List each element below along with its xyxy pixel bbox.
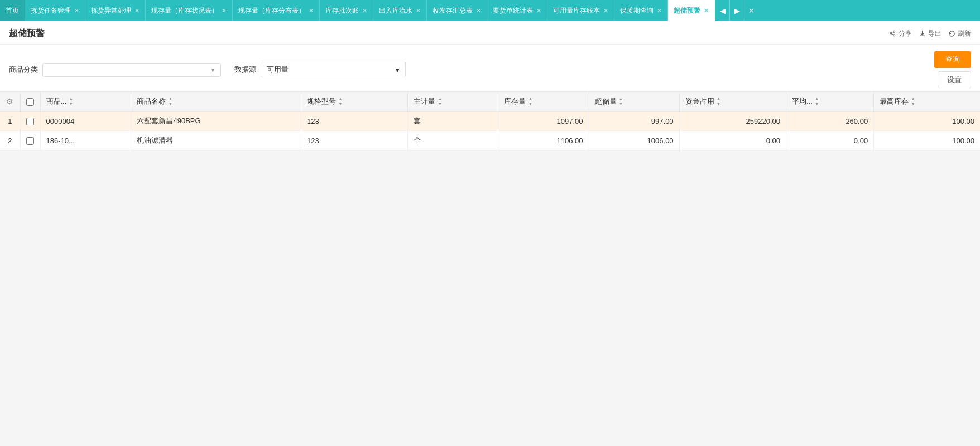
nav-close-available-book[interactable]: ✕ xyxy=(603,7,608,14)
nav-item-available-book[interactable]: 可用量库存账本 ✕ xyxy=(547,0,614,21)
nav-close-shelf-life[interactable]: ✕ xyxy=(657,7,662,14)
th-product-name: 商品名称 ▲▼ xyxy=(131,92,301,112)
data-table: ⚙ 商品... ▲▼ 商品名称 ▲▼ xyxy=(0,91,980,151)
th-sort-spec[interactable]: 规格型号 ▲▼ xyxy=(307,96,402,106)
th-sort-capital-occupied[interactable]: 资金占用 ▲▼ xyxy=(685,96,780,106)
datasource-label: 数据源 xyxy=(234,65,256,75)
td-product-code-1: 186-10... xyxy=(40,131,131,151)
td-product-name-1: 机油滤清器 xyxy=(131,131,301,151)
td-gear-0: 1 xyxy=(0,112,20,131)
nav-close-recv-send-summary[interactable]: ✕ xyxy=(476,7,481,14)
nav-close-overstock-alert[interactable]: ✕ xyxy=(704,7,709,14)
th-sort-unit[interactable]: 主计量 ▲▼ xyxy=(414,96,492,106)
product-category-select[interactable]: ▾ xyxy=(42,63,221,77)
datasource-filter: 数据源 可用量 ▾ xyxy=(234,62,406,77)
nav-item-pick-task[interactable]: 拣货任务管理 ✕ xyxy=(25,0,85,21)
product-category-label: 商品分类 xyxy=(9,65,38,75)
th-sort-stock-qty[interactable]: 库存量 ▲▼ xyxy=(504,96,583,106)
nav-label-batch-account: 库存批次账 xyxy=(325,6,359,16)
sort-icon-product-name: ▲▼ xyxy=(168,96,172,106)
nav-item-batch-account[interactable]: 库存批次账 ✕ xyxy=(320,0,373,21)
td-gear-1: 2 xyxy=(0,131,20,151)
sort-icon-max-stock: ▲▼ xyxy=(911,96,915,106)
nav-label-inout-flow: 出入库流水 xyxy=(379,6,412,16)
table-row: 2 186-10... 机油滤清器 123 个 1106.00 1006.00 … xyxy=(0,131,980,151)
nav-close-order-stats[interactable]: ✕ xyxy=(536,7,541,14)
nav-item-current-stock-dist[interactable]: 现存量（库存分布表） ✕ xyxy=(233,0,320,21)
td-max-stock-0: 100.00 xyxy=(874,112,980,131)
table-row: 1 0000004 六配套新昌490BPG 123 套 1097.00 997.… xyxy=(0,112,980,131)
td-overstock-qty-1: 1006.00 xyxy=(589,131,679,151)
row-checkbox-0[interactable] xyxy=(26,118,34,125)
nav-label-pick-exception: 拣货异常处理 xyxy=(91,6,131,16)
select-all-checkbox[interactable] xyxy=(26,98,34,106)
th-sort-max-stock[interactable]: 最高库存 ▲▼ xyxy=(880,96,974,106)
nav-item-current-stock-status[interactable]: 现存量（库存状况表） ✕ xyxy=(146,0,233,21)
nav-label-overstock-alert: 超储预警 xyxy=(674,6,700,16)
th-sort-product-code[interactable]: 商品... ▲▼ xyxy=(46,96,126,106)
nav-item-order-stats[interactable]: 要货单统计表 ✕ xyxy=(487,0,547,21)
td-spec-0: 123 xyxy=(301,112,408,131)
nav-close-batch-account[interactable]: ✕ xyxy=(362,7,367,14)
td-avg-0: 260.00 xyxy=(786,112,873,131)
nav-close-pick-task[interactable]: ✕ xyxy=(74,7,79,14)
td-stock-qty-0: 1097.00 xyxy=(498,112,589,131)
nav-next-arrow[interactable]: ▶ xyxy=(729,0,744,21)
th-stock-qty: 库存量 ▲▼ xyxy=(498,92,589,112)
table-body: 1 0000004 六配套新昌490BPG 123 套 1097.00 997.… xyxy=(0,112,980,151)
td-product-name-0: 六配套新昌490BPG xyxy=(131,112,301,131)
page-header: 超储预警 分享 导出 刷新 xyxy=(0,21,980,45)
td-unit-1: 个 xyxy=(408,131,498,151)
export-icon xyxy=(919,30,926,37)
product-category-filter: 商品分类 ▾ xyxy=(9,63,221,77)
nav-item-home[interactable]: 首页 xyxy=(0,0,25,21)
nav-close-inout-flow[interactable]: ✕ xyxy=(416,7,421,14)
td-avg-1: 0.00 xyxy=(786,131,873,151)
sort-icon-spec: ▲▼ xyxy=(338,96,343,106)
th-max-stock: 最高库存 ▲▼ xyxy=(874,92,980,112)
nav-close-all-arrow[interactable]: ✕ xyxy=(744,0,758,21)
nav-item-shelf-life[interactable]: 保质期查询 ✕ xyxy=(614,0,668,21)
page-title: 超储预警 xyxy=(9,28,45,40)
nav-label-shelf-life: 保质期查询 xyxy=(620,6,654,16)
td-stock-qty-1: 1106.00 xyxy=(498,131,589,151)
share-icon xyxy=(889,30,896,37)
sort-icon-unit: ▲▼ xyxy=(438,96,442,106)
nav-bar: 首页 拣货任务管理 ✕ 拣货异常处理 ✕ 现存量（库存状况表） ✕ 现存量（库存… xyxy=(0,0,980,21)
nav-item-recv-send-summary[interactable]: 收发存汇总表 ✕ xyxy=(427,0,487,21)
refresh-button[interactable]: 刷新 xyxy=(948,29,971,38)
th-sort-overstock-qty[interactable]: 超储量 ▲▼ xyxy=(595,96,674,106)
datasource-select[interactable]: 可用量 ▾ xyxy=(261,62,406,77)
th-product-code: 商品... ▲▼ xyxy=(40,92,131,112)
query-button[interactable]: 查询 xyxy=(934,51,971,68)
td-unit-0: 套 xyxy=(408,112,498,131)
nav-close-current-stock-status[interactable]: ✕ xyxy=(222,7,227,14)
table-header-row: ⚙ 商品... ▲▼ 商品名称 ▲▼ xyxy=(0,92,980,112)
nav-item-inout-flow[interactable]: 出入库流水 ✕ xyxy=(373,0,427,21)
sort-icon-overstock-qty: ▲▼ xyxy=(619,96,623,106)
nav-close-current-stock-dist[interactable]: ✕ xyxy=(309,7,314,14)
nav-close-pick-exception[interactable]: ✕ xyxy=(134,7,140,14)
th-check xyxy=(20,92,40,112)
th-sort-product-name[interactable]: 商品名称 ▲▼ xyxy=(137,96,295,106)
nav-item-overstock-alert[interactable]: 超储预警 ✕ xyxy=(668,0,715,21)
page-container: 超储预警 分享 导出 刷新 商品分类 ▾ xyxy=(0,21,980,151)
th-sort-avg[interactable]: 平均... ▲▼ xyxy=(792,96,868,106)
sort-icon-avg: ▲▼ xyxy=(815,96,819,106)
nav-label-pick-task: 拣货任务管理 xyxy=(31,6,71,16)
gear-icon[interactable]: ⚙ xyxy=(6,97,13,106)
nav-prev-arrow[interactable]: ◀ xyxy=(715,0,729,21)
nav-label-current-stock-status: 现存量（库存状况表） xyxy=(151,6,218,16)
export-button[interactable]: 导出 xyxy=(919,29,941,38)
filter-area: 商品分类 ▾ 数据源 可用量 ▾ 查询 设置 xyxy=(0,45,980,91)
row-checkbox-1[interactable] xyxy=(26,137,34,145)
settings-button[interactable]: 设置 xyxy=(938,71,971,88)
nav-label-current-stock-dist: 现存量（库存分布表） xyxy=(238,6,305,16)
th-unit: 主计量 ▲▼ xyxy=(408,92,498,112)
share-button[interactable]: 分享 xyxy=(889,29,912,38)
td-overstock-qty-0: 997.00 xyxy=(589,112,679,131)
td-product-code-0: 0000004 xyxy=(40,112,131,131)
nav-item-pick-exception[interactable]: 拣货异常处理 ✕ xyxy=(85,0,146,21)
sort-icon-capital-occupied: ▲▼ xyxy=(717,96,721,106)
datasource-arrow-icon: ▾ xyxy=(396,66,400,74)
